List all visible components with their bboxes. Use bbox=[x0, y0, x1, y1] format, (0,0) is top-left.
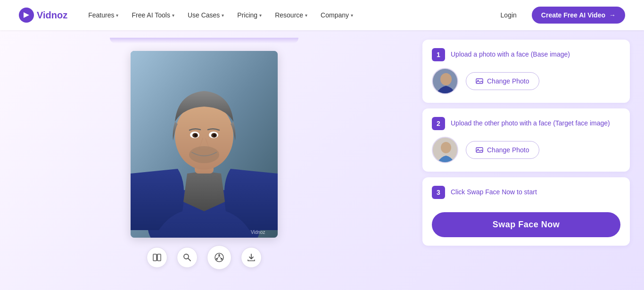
svg-text:Vidnoz: Vidnoz bbox=[251, 230, 265, 235]
step-2-avatar-image bbox=[433, 138, 458, 163]
step-2-change-photo-button[interactable]: Change Photo bbox=[466, 141, 539, 159]
logo-text: Vidnoz bbox=[37, 10, 67, 21]
svg-line-23 bbox=[217, 256, 219, 258]
search-icon bbox=[182, 253, 192, 262]
nav-resource[interactable]: Resource ▾ bbox=[269, 8, 313, 23]
header: Vidnoz Features ▾ Free AI Tools ▾ Use Ca… bbox=[0, 0, 644, 30]
step-2-card: 2 Upload the other photo with a face (Ta… bbox=[422, 108, 630, 172]
chevron-down-icon: ▾ bbox=[305, 13, 307, 18]
step-1-badge: 1 bbox=[432, 48, 445, 61]
svg-point-26 bbox=[440, 73, 452, 85]
step-3-badge: 3 bbox=[432, 186, 445, 199]
compare-button[interactable] bbox=[147, 247, 167, 268]
nav-free-ai-tools[interactable]: Free AI Tools ▾ bbox=[126, 8, 180, 23]
left-panel: Vidnoz bbox=[0, 30, 408, 290]
nav-pricing[interactable]: Pricing ▾ bbox=[231, 8, 267, 23]
svg-rect-27 bbox=[476, 79, 483, 83]
swap-face-now-button[interactable]: Swap Face Now bbox=[432, 212, 620, 237]
main-content: Vidnoz bbox=[0, 30, 644, 290]
chevron-down-icon: ▾ bbox=[172, 13, 174, 18]
svg-rect-31 bbox=[476, 148, 483, 152]
download-icon bbox=[247, 253, 256, 262]
preview-person-image: Vidnoz bbox=[131, 51, 278, 238]
chevron-down-icon: ▾ bbox=[259, 13, 262, 18]
right-panel: 1 Upload a photo with a face (Base image… bbox=[408, 30, 644, 290]
image-icon-2 bbox=[476, 146, 483, 154]
svg-point-20 bbox=[218, 254, 220, 256]
svg-point-12 bbox=[189, 146, 219, 163]
nav-features[interactable]: Features ▾ bbox=[83, 8, 124, 23]
chevron-down-icon: ▾ bbox=[116, 13, 118, 18]
svg-line-18 bbox=[188, 258, 190, 261]
svg-point-11 bbox=[213, 134, 216, 137]
download-button[interactable] bbox=[241, 247, 262, 268]
chevron-down-icon: ▾ bbox=[351, 13, 353, 18]
toolbar bbox=[147, 245, 262, 270]
step-3-title: Click Swap Face Now to start bbox=[451, 186, 537, 197]
share-button[interactable] bbox=[207, 245, 231, 270]
logo-icon bbox=[19, 8, 34, 23]
step-3-header: 3 Click Swap Face Now to start bbox=[432, 186, 620, 199]
search-button[interactable] bbox=[177, 247, 198, 268]
image-icon bbox=[476, 77, 483, 85]
step-2-avatar bbox=[432, 137, 458, 163]
step-1-header: 1 Upload a photo with a face (Base image… bbox=[432, 48, 620, 61]
step-1-card: 1 Upload a photo with a face (Base image… bbox=[422, 40, 630, 103]
logo[interactable]: Vidnoz bbox=[19, 8, 67, 23]
create-free-ai-video-button[interactable]: Create Free AI Video → bbox=[532, 7, 625, 24]
step-1-body: Change Photo bbox=[432, 68, 620, 94]
step-2-title: Upload the other photo with a face (Targ… bbox=[451, 117, 610, 128]
svg-point-10 bbox=[194, 134, 197, 137]
step-1-avatar-image bbox=[433, 69, 458, 94]
compare-icon bbox=[152, 253, 162, 262]
svg-point-30 bbox=[441, 142, 451, 153]
share-icon bbox=[214, 252, 224, 263]
step-1-avatar bbox=[432, 68, 458, 94]
login-button[interactable]: Login bbox=[493, 8, 524, 23]
step-2-body: Change Photo bbox=[432, 137, 620, 163]
step-1-change-photo-button[interactable]: Change Photo bbox=[466, 72, 539, 90]
nav-use-cases[interactable]: Use Cases ▾ bbox=[182, 8, 230, 23]
step-3-card: 3 Click Swap Face Now to start Swap Face… bbox=[422, 177, 630, 246]
svg-rect-15 bbox=[157, 254, 161, 261]
main-nav: Features ▾ Free AI Tools ▾ Use Cases ▾ P… bbox=[83, 8, 478, 23]
svg-rect-14 bbox=[153, 254, 157, 261]
step-1-title: Upload a photo with a face (Base image) bbox=[451, 48, 570, 59]
tab-strip-partial bbox=[110, 38, 298, 43]
svg-line-24 bbox=[219, 256, 221, 258]
step-2-header: 2 Upload the other photo with a face (Ta… bbox=[432, 117, 620, 130]
header-right: Login Create Free AI Video → bbox=[493, 7, 625, 24]
chevron-down-icon: ▾ bbox=[222, 13, 224, 18]
preview-image-container: Vidnoz bbox=[131, 51, 278, 238]
nav-company[interactable]: Company ▾ bbox=[315, 8, 359, 23]
step-2-badge: 2 bbox=[432, 117, 445, 130]
